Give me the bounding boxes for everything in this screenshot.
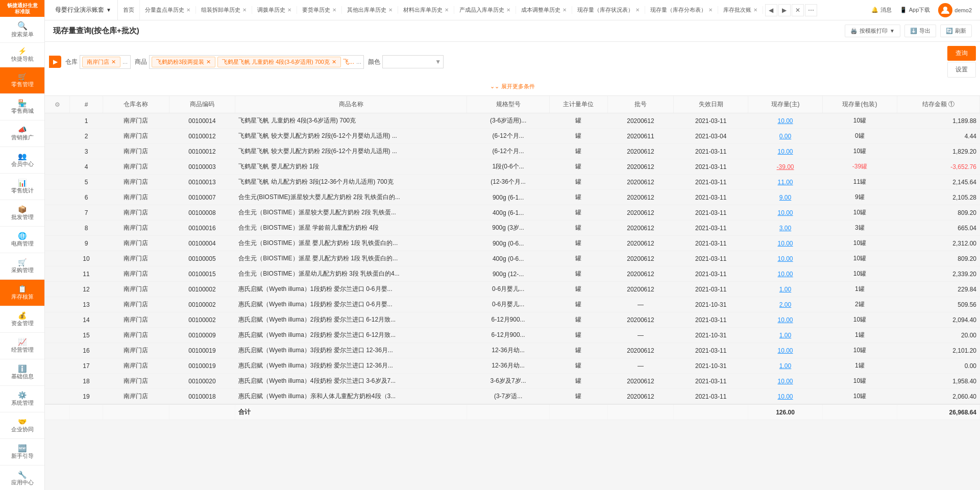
- row-stock-main-3[interactable]: -39.00: [748, 159, 823, 175]
- goods-tag-1[interactable]: 飞鹤星飞帆 儿童奶粉 4段(3-6岁适用) 700克 ✕: [217, 57, 341, 67]
- row-checkbox-17[interactable]: [45, 374, 70, 389]
- sidebar-item-retail-mgmt[interactable]: 🛒 零售管理: [0, 67, 44, 94]
- tab-home[interactable]: 首页: [118, 0, 140, 20]
- sidebar-item-app-center[interactable]: 🔧 应用中心: [0, 465, 44, 490]
- tab-3-close[interactable]: ✕: [332, 7, 336, 13]
- row-stock-main-7[interactable]: 3.00: [748, 220, 823, 236]
- col-header-settings[interactable]: ⚙: [45, 96, 70, 113]
- sidebar-item-basic-info[interactable]: ℹ️ 基础信息: [0, 359, 44, 386]
- row-checkbox-6[interactable]: [45, 205, 70, 220]
- tab-9-close[interactable]: ✕: [708, 7, 713, 13]
- tab-1[interactable]: 组装拆卸单历史 ✕: [196, 6, 252, 14]
- tab-10[interactable]: 库存批次账 ✕: [718, 6, 763, 14]
- tab-7[interactable]: 成本调整单历史 ✕: [516, 6, 572, 14]
- goods-tag-1-close[interactable]: ✕: [332, 59, 336, 65]
- tab-7-close[interactable]: ✕: [562, 7, 567, 13]
- sidebar-item-finance[interactable]: 💰 资金管理: [0, 306, 44, 333]
- tab-8-close[interactable]: ✕: [635, 7, 640, 13]
- row-stock-main-12[interactable]: 2.00: [748, 297, 823, 312]
- tab-prev-btn[interactable]: ◀: [765, 4, 777, 16]
- sidebar-item-system[interactable]: ⚙️ 系统管理: [0, 386, 44, 412]
- row-checkbox-13[interactable]: [45, 312, 70, 328]
- row-checkbox-12[interactable]: [45, 297, 70, 312]
- row-checkbox-7[interactable]: [45, 220, 70, 236]
- sidebar-item-operations[interactable]: 📈 经营管理: [0, 333, 44, 359]
- row-checkbox-0[interactable]: [45, 113, 70, 129]
- tab-2-close[interactable]: ✕: [287, 7, 291, 13]
- row-stock-main-13[interactable]: 10.00: [748, 312, 823, 328]
- refresh-btn[interactable]: 🔄 刷新: [940, 24, 972, 37]
- row-checkbox-18[interactable]: [45, 389, 70, 405]
- tab-6[interactable]: 产成品入库单历史 ✕: [454, 6, 516, 14]
- sidebar-item-new-guide[interactable]: 🆕 新手引导: [0, 439, 44, 465]
- sidebar-item-search[interactable]: 🔍 搜索菜单: [0, 17, 44, 43]
- row-stock-main-10[interactable]: 10.00: [748, 266, 823, 282]
- query-btn[interactable]: 查询: [947, 46, 976, 61]
- industry-selector[interactable]: 母婴行业演示账套 ▼: [49, 0, 118, 20]
- row-stock-main-11[interactable]: 1.00: [748, 282, 823, 297]
- row-checkbox-4[interactable]: [45, 175, 70, 190]
- tab-2[interactable]: 调拨单历史 ✕: [252, 6, 297, 14]
- row-checkbox-5[interactable]: [45, 190, 70, 205]
- row-stock-main-8[interactable]: 10.00: [748, 236, 823, 251]
- goods-tag-0[interactable]: 飞鹤奶粉3段两提装 ✕: [152, 57, 215, 67]
- tab-4-close[interactable]: ✕: [388, 7, 393, 13]
- export-btn[interactable]: ⬇️ 导出: [904, 24, 936, 37]
- row-checkbox-9[interactable]: [45, 251, 70, 266]
- tab-5-close[interactable]: ✕: [445, 7, 449, 13]
- tab-0[interactable]: 分量盘点单历史 ✕: [140, 6, 196, 14]
- row-checkbox-15[interactable]: [45, 343, 70, 358]
- row-stock-main-17[interactable]: 10.00: [748, 374, 823, 389]
- sidebar-item-purchase[interactable]: 🛒 采购管理: [0, 253, 44, 280]
- row-checkbox-2[interactable]: [45, 144, 70, 159]
- warehouse-tag[interactable]: 南岸门店 ✕: [82, 57, 120, 67]
- settings-btn[interactable]: 设置: [947, 62, 976, 78]
- sidebar-item-enterprise[interactable]: 🤝 企业协同: [0, 412, 44, 439]
- row-checkbox-16[interactable]: [45, 358, 70, 374]
- tab-0-close[interactable]: ✕: [186, 7, 190, 13]
- row-stock-main-18[interactable]: 10.00: [748, 389, 823, 405]
- row-stock-main-4[interactable]: 11.00: [748, 175, 823, 190]
- sidebar-item-retail-shop[interactable]: 🏪 零售商城: [0, 94, 44, 120]
- row-checkbox-8[interactable]: [45, 236, 70, 251]
- row-checkbox-11[interactable]: [45, 282, 70, 297]
- sidebar-item-ecommerce[interactable]: 🌐 电商管理: [0, 227, 44, 253]
- row-stock-main-2[interactable]: 10.00: [748, 144, 823, 159]
- tab-4[interactable]: 其他出库单历史 ✕: [342, 6, 398, 14]
- row-stock-main-15[interactable]: 10.00: [748, 343, 823, 358]
- sidebar-item-inventory[interactable]: 📋 库存核算: [0, 280, 44, 306]
- row-stock-main-9[interactable]: 10.00: [748, 251, 823, 266]
- template-print-btn[interactable]: 🖨️ 按模板打印 ▼: [845, 24, 900, 37]
- row-stock-main-6[interactable]: 10.00: [748, 205, 823, 220]
- goods-tag-0-close[interactable]: ✕: [206, 59, 211, 65]
- tab-menu-btn[interactable]: ⋯: [805, 4, 817, 16]
- tab-next-btn[interactable]: ▶: [778, 4, 791, 16]
- tab-close-btn[interactable]: ✕: [792, 4, 804, 16]
- row-stock-main-1[interactable]: 0.00: [748, 129, 823, 144]
- sidebar-item-member[interactable]: 👥 会员中心: [0, 147, 44, 174]
- row-stock-main-14[interactable]: 1.00: [748, 328, 823, 343]
- user-profile[interactable]: demo2: [938, 3, 972, 17]
- sidebar-item-wholesale[interactable]: 📦 批发管理: [0, 200, 44, 227]
- app-download-btn[interactable]: 📱 App下载: [900, 6, 930, 14]
- tab-10-close[interactable]: ✕: [753, 7, 757, 13]
- filter-expand-arrow[interactable]: ▶: [49, 56, 61, 68]
- tab-6-close[interactable]: ✕: [506, 7, 510, 13]
- sidebar-item-quick-nav[interactable]: ⚡ 快捷导航: [0, 43, 44, 67]
- goods-tag-more[interactable]: 飞...: [343, 58, 354, 66]
- row-checkbox-10[interactable]: [45, 266, 70, 282]
- row-stock-main-0[interactable]: 10.00: [748, 113, 823, 129]
- message-btn[interactable]: 🔔 消息: [871, 6, 892, 14]
- warehouse-tag-close[interactable]: ✕: [111, 59, 116, 65]
- tab-5[interactable]: 材料出库单历史 ✕: [398, 6, 454, 14]
- row-stock-main-5[interactable]: 9.00: [748, 190, 823, 205]
- sidebar-item-marketing[interactable]: 📣 营销推广: [0, 120, 44, 147]
- expand-more-btn[interactable]: ⌄⌄ 展开更多条件: [484, 81, 541, 92]
- goods-more-dots[interactable]: ...: [356, 58, 361, 65]
- row-checkbox-3[interactable]: [45, 159, 70, 175]
- sidebar-item-retail-stats[interactable]: 📊 零售统计: [0, 174, 44, 200]
- row-checkbox-14[interactable]: [45, 328, 70, 343]
- tab-1-close[interactable]: ✕: [242, 7, 247, 13]
- tab-3[interactable]: 要货单历史 ✕: [297, 6, 342, 14]
- row-stock-main-16[interactable]: 1.00: [748, 358, 823, 374]
